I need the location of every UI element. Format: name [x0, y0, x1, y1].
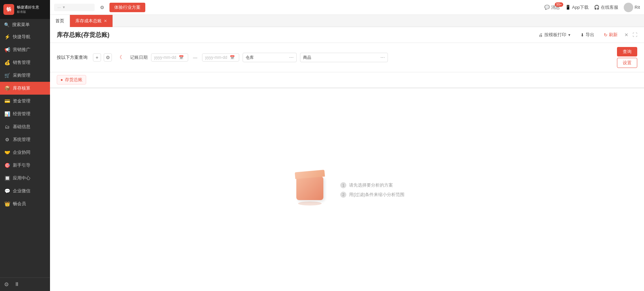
sidebar-footer: ⚙ ⏸: [0, 277, 50, 291]
hint-num-1: 1: [340, 182, 346, 188]
print-template-button[interactable]: 🖨 按模板打印 ▼: [536, 30, 574, 39]
goods-label: 商品: [303, 55, 311, 60]
scheme-item-inventory[interactable]: ● 存货总账: [57, 75, 86, 84]
sidebar-item-label: 应用中心: [13, 175, 30, 181]
panel-expand-icon[interactable]: ⛶: [633, 32, 637, 38]
sidebar-item-label: 基础信息: [13, 124, 30, 130]
scheme-item-label: 存货总账: [65, 77, 82, 83]
warehouse-label: 仓库: [246, 55, 254, 60]
sidebar-nav: ⚡ 快捷导航 📢 营销推广 💰 销售管理 🛒 采购管理 📦 库存核算 💳 资金管…: [0, 30, 50, 277]
sidebar-item-basic[interactable]: 🗂 基础信息: [0, 120, 50, 133]
app-logo: 畅 畅捷通好生意 标准版: [0, 0, 50, 19]
sidebar-item-label: 采购管理: [13, 72, 30, 78]
date-start-placeholder: yyyy-mm-dd: [154, 55, 176, 60]
collapse-filter-button[interactable]: 《: [117, 54, 122, 60]
calendar-end-icon[interactable]: 📅: [230, 55, 235, 60]
cooperation-icon: 🤝: [4, 150, 10, 155]
online-service-label: 在线客服: [601, 4, 618, 10]
sidebar-item-label: 快捷导航: [13, 34, 30, 40]
sidebar-item-label: 企业微信: [13, 188, 30, 194]
date-end-placeholder: yyyy-mm-dd: [205, 55, 227, 60]
tab-inventory-cost[interactable]: 库存成本总账 ✕: [70, 15, 113, 27]
sidebar-item-appstore[interactable]: 🔲 应用中心: [0, 172, 50, 185]
empty-content: 1 请先选择要分析的方案 2 用[过滤]条件来缩小分析范围: [290, 170, 404, 210]
chevron-down-icon: ▼: [568, 33, 571, 37]
scheme-icon: ●: [60, 77, 63, 82]
filter-section-header: 按以下方案查询 + ⚙ 《 记账日期 yyyy-mm-dd 📅 — y: [50, 43, 644, 72]
calendar-start-icon[interactable]: 📅: [179, 55, 184, 60]
wechat-icon: 💬: [4, 188, 10, 194]
breadcrumb-text: ···: [57, 5, 61, 10]
warehouse-select[interactable]: 仓库 ···: [243, 53, 297, 62]
scheme-area: ● 存货总账: [50, 72, 644, 88]
hint-item-1: 1 请先选择要分析的方案: [340, 182, 404, 188]
avatar: [624, 3, 633, 12]
date-end-input[interactable]: yyyy-mm-dd 📅: [202, 53, 239, 62]
goods-select[interactable]: 商品 ···: [300, 53, 388, 62]
message-icon: 💬: [544, 5, 550, 10]
quick-nav-icon: ⚡: [4, 34, 10, 40]
content-area: 库存总账(存货总账) 🖨 按模板打印 ▼ ⬇ 导出 ↻ 刷新 ✕ ⛶: [50, 27, 644, 291]
basic-icon: 🗂: [4, 124, 10, 129]
industry-solution-button[interactable]: 体验行业方案: [109, 3, 145, 12]
empty-state: 1 请先选择要分析的方案 2 用[过滤]条件来缩小分析范围: [50, 89, 644, 291]
sidebar-item-purchase[interactable]: 🛒 采购管理: [0, 69, 50, 82]
purchase-icon: 🛒: [4, 73, 10, 78]
plus-icon: +: [96, 55, 98, 60]
sidebar-item-member[interactable]: 👑 畅会员: [0, 197, 50, 210]
member-icon: 👑: [4, 201, 10, 207]
sidebar-item-quick-nav[interactable]: ⚡ 快捷导航: [0, 30, 50, 43]
sidebar-item-inventory[interactable]: 📦 库存核算: [0, 82, 50, 95]
sidebar-item-marketing[interactable]: 📢 营销推广: [0, 43, 50, 56]
sidebar-item-label: 企业协同: [13, 149, 30, 155]
online-service-button[interactable]: 🎧 在线客服: [594, 4, 618, 10]
main-area: ··· ▼ ⚙ 体验行业方案 💬 消息 99+ 📱 App下载 🎧 在线客服 R…: [50, 0, 644, 291]
date-separator: —: [193, 55, 197, 60]
app-download-button[interactable]: 📱 App下载: [565, 4, 589, 10]
messages-button[interactable]: 💬 消息 99+: [544, 4, 560, 10]
footer-settings-icon[interactable]: ⚙: [4, 281, 9, 288]
close-tab-icon[interactable]: ✕: [104, 19, 107, 23]
sidebar-item-operation[interactable]: 📊 经营管理: [0, 107, 50, 120]
search-menu[interactable]: 🔍 搜索菜单: [0, 19, 50, 30]
sidebar-item-sales[interactable]: 💰 销售管理: [0, 56, 50, 69]
box-shadow: [298, 201, 322, 205]
headset-icon: 🎧: [594, 5, 599, 10]
settings-icon: ⚙: [106, 55, 110, 60]
sidebar-item-finance[interactable]: 💳 资金管理: [0, 95, 50, 107]
tabs-bar: 首页 库存成本总账 ✕: [50, 15, 644, 27]
footer-audio-icon[interactable]: ⏸: [14, 281, 20, 288]
operation-icon: 📊: [4, 111, 10, 117]
newbie-icon: 🎯: [4, 163, 10, 168]
sidebar-item-system[interactable]: ⚙ 系统管理: [0, 133, 50, 146]
settings-button[interactable]: 设置: [617, 58, 637, 68]
app-version: 标准版: [17, 10, 39, 14]
hint-text-2: 用[过滤]条件来缩小分析范围: [349, 192, 404, 198]
topbar: ··· ▼ ⚙ 体验行业方案 💬 消息 99+ 📱 App下载 🎧 在线客服 R…: [50, 0, 644, 15]
add-filter-button[interactable]: +: [93, 53, 101, 62]
date-start-input[interactable]: yyyy-mm-dd 📅: [151, 53, 188, 62]
filter-controls: 记账日期 yyyy-mm-dd 📅 — yyyy-mm-dd 📅 仓库 ··· …: [130, 47, 637, 68]
box-lid: [295, 170, 325, 179]
print-icon: 🖨: [539, 32, 543, 38]
phone-icon: 📱: [565, 5, 571, 10]
sidebar-item-cooperation[interactable]: 🤝 企业协同: [0, 146, 50, 159]
filter-settings-button[interactable]: ⚙: [104, 53, 112, 62]
logo-icon: 畅: [3, 4, 14, 15]
topbar-settings-icon[interactable]: ⚙: [97, 3, 107, 12]
sidebar-item-wechat[interactable]: 💬 企业微信: [0, 185, 50, 197]
search-icon: 🔍: [4, 22, 9, 27]
panel-close-icon[interactable]: ✕: [624, 32, 628, 38]
sidebar: 畅 畅捷通好生意 标准版 🔍 搜索菜单 ⚡ 快捷导航 📢 营销推广 💰 销售管理…: [0, 0, 50, 291]
refresh-button[interactable]: ↻ 刷新: [601, 30, 620, 39]
query-button[interactable]: 查询: [617, 47, 637, 56]
header-actions: 🖨 按模板打印 ▼ ⬇ 导出 ↻ 刷新 ✕ ⛶: [536, 30, 637, 39]
tab-home[interactable]: 首页: [50, 15, 70, 27]
breadcrumb[interactable]: ··· ▼: [54, 4, 95, 11]
user-avatar-area[interactable]: Rit: [624, 3, 640, 12]
warehouse-more-icon: ···: [289, 54, 294, 60]
export-button[interactable]: ⬇ 导出: [578, 30, 597, 39]
export-label: 导出: [586, 32, 594, 38]
sidebar-item-newbie[interactable]: 🎯 新手引导: [0, 159, 50, 172]
page-header: 库存总账(存货总账) 🖨 按模板打印 ▼ ⬇ 导出 ↻ 刷新 ✕ ⛶: [50, 27, 644, 43]
